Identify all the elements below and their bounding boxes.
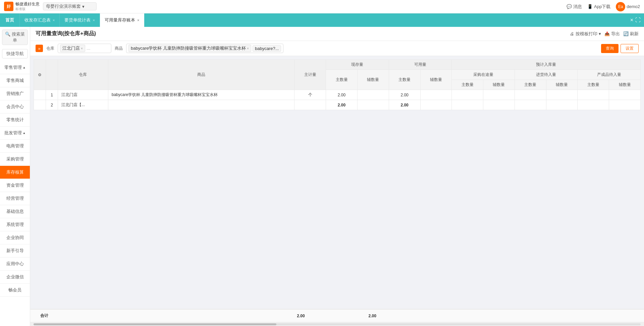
col-purchase-header: 采购在途量 xyxy=(452,70,515,80)
bottom-scrollbar[interactable] xyxy=(30,322,644,326)
top-bar-right: 💬 消息 📱 App下载 Ea demo2 xyxy=(567,2,640,11)
product-filter-group[interactable]: babycare学饮杯 儿童防摔防撞吸管杯重力球吸嘴杯宝宝水杯 × babyca… xyxy=(126,44,283,53)
col-no-header xyxy=(46,60,58,90)
sidebar-item-retail-mgmt[interactable]: 零售管理 ▲ xyxy=(0,61,30,74)
row2-available-aux xyxy=(420,100,452,110)
col-produced-aux-header: 辅数量 xyxy=(609,80,641,90)
tab-maximize-icon[interactable]: ⛶ xyxy=(635,17,641,23)
sidebar-item-system[interactable]: 系统管理 xyxy=(0,218,30,231)
sidebar-item-ecommerce[interactable]: 电商管理 xyxy=(0,140,30,153)
row1-purchase-main xyxy=(452,90,483,100)
logo-area: 好 畅捷通好生意 标准版 xyxy=(4,2,40,11)
col-incoming-aux-header: 辅数量 xyxy=(546,80,578,90)
export-icon: 📤 xyxy=(604,31,610,36)
row1-purchase-aux xyxy=(483,90,515,100)
row1-produced-main xyxy=(578,90,609,100)
filter-expand-btn[interactable]: » xyxy=(36,45,43,52)
sidebar-item-purchase[interactable]: 采购管理 xyxy=(0,153,30,166)
sidebar-quicknav-btn[interactable]: 快捷导航 xyxy=(2,49,28,58)
tab-close-yaohuo[interactable]: × xyxy=(93,18,95,22)
message-icon: 💬 xyxy=(567,4,572,9)
col-available-main-header: 主数量 xyxy=(389,70,420,90)
row2-produced-main xyxy=(578,100,609,110)
export-btn[interactable]: 📤 导出 xyxy=(604,31,620,37)
col-incoming-main-header: 主数量 xyxy=(515,80,546,90)
row1-warehouse: 江北门店 xyxy=(58,90,108,100)
product-tag-1: babycare学饮杯 儿童防摔防撞吸管杯重力球吸嘴杯宝宝水杯 × xyxy=(128,45,251,52)
tab-home[interactable]: 首页 xyxy=(0,13,20,27)
row1-mainunit: 个 xyxy=(294,90,326,100)
sidebar-item-member-center[interactable]: 会员中心 xyxy=(0,100,30,113)
product-tag-1-close[interactable]: × xyxy=(247,47,249,50)
tab-yaohuo[interactable]: 要货单统计表 × xyxy=(60,13,100,27)
product-tag-2: babycare?... xyxy=(253,45,281,52)
row1-no: 1 xyxy=(46,90,58,100)
row2-purchase-main xyxy=(452,100,483,110)
warehouse-more-dots: … xyxy=(87,46,91,51)
user-btn[interactable]: Ea demo2 xyxy=(616,2,640,11)
sidebar-search-btn[interactable]: 🔍 搜索菜单 xyxy=(2,30,28,45)
total-available-aux xyxy=(390,312,426,320)
total-unit-spacer xyxy=(256,312,283,320)
sidebar-search-area: 🔍 搜索菜单 xyxy=(0,27,30,48)
col-produced-main-header: 主数量 xyxy=(578,80,609,90)
top-bar: 好 畅捷通好生意 标准版 母婴行业演示账套 ▾ 💬 消息 📱 App下载 Ea … xyxy=(0,0,644,13)
sidebar-item-marketing[interactable]: 营销推广 xyxy=(0,87,30,100)
sidebar-item-changhui[interactable]: 畅会员 xyxy=(0,284,30,297)
row1-incoming-aux xyxy=(546,90,578,100)
total-incoming-aux xyxy=(533,312,569,320)
row1-currentstock-aux xyxy=(357,90,389,100)
print-template-btn[interactable]: 🖨 按模板打印 ▾ xyxy=(570,31,601,37)
total-product-spacer xyxy=(122,312,256,320)
tab-close-all-icon[interactable]: × xyxy=(630,17,633,23)
row1-product: babycare学饮杯 儿童防摔防撞吸管杯重力球吸嘴杯宝宝水杯 xyxy=(108,90,294,100)
tab-close-shoufacun[interactable]: × xyxy=(53,18,55,22)
sidebar-nav-btn-area: 快捷导航 xyxy=(0,48,30,61)
warehouse-tag-close[interactable]: × xyxy=(81,47,83,50)
total-currentstock-aux xyxy=(319,312,355,320)
tab-shoufacun[interactable]: 收发存汇总表 × xyxy=(20,13,60,27)
col-purchase-aux-header: 辅数量 xyxy=(483,80,515,90)
table-container[interactable]: ⚙ 仓库 商品 主计量 现存量 可用量 预计入库量 主数量 辅数量 主数量 辅数… xyxy=(30,56,644,309)
setting-button[interactable]: 设置 xyxy=(621,44,639,53)
total-row: 合计 2.00 2.00 xyxy=(34,312,641,320)
col-purchase-main-header: 主数量 xyxy=(452,80,483,90)
data-table: ⚙ 仓库 商品 主计量 现存量 可用量 预计入库量 主数量 辅数量 主数量 辅数… xyxy=(34,59,641,110)
query-button[interactable]: 查询 xyxy=(601,44,619,53)
print-chevron-icon: ▾ xyxy=(599,31,601,36)
row2-mainunit xyxy=(294,100,326,110)
total-label: 合计 xyxy=(34,312,52,320)
sidebar-item-retail-stats[interactable]: 零售统计 xyxy=(0,113,30,127)
sidebar-item-operations[interactable]: 经营管理 xyxy=(0,192,30,205)
total-available-main: 2.00 xyxy=(355,312,390,320)
tab-keyongliang[interactable]: 可用量库存账本 × xyxy=(100,13,144,27)
sidebar-item-wholesale-mgmt[interactable]: 批发管理 ▲ xyxy=(0,127,30,140)
sidebar-item-wechat[interactable]: 企业微信 xyxy=(0,271,30,284)
sidebar-item-inventory[interactable]: 库存核算 xyxy=(0,166,30,179)
col-currentstock-header: 现存量 xyxy=(326,60,389,70)
filter-bar: » 仓库 江北门店 × … 商品 babycare学饮杯 儿童防摔防撞吸管杯重力… xyxy=(30,41,644,56)
sidebar-item-finance[interactable]: 资金管理 xyxy=(0,179,30,192)
sidebar-item-newbie-guide[interactable]: 新手引导 xyxy=(0,244,30,258)
sidebar-item-app-center[interactable]: 应用中心 xyxy=(0,258,30,271)
logo-icon: 好 xyxy=(4,2,13,11)
industry-select[interactable]: 母婴行业演示账套 ▾ xyxy=(43,2,97,10)
scroll-thumb[interactable] xyxy=(34,323,276,325)
row2-currentstock-aux xyxy=(357,100,389,110)
table-row: 2 江北门店【... 2.00 2.00 xyxy=(34,100,641,110)
main-layout: 🔍 搜索菜单 快捷导航 零售管理 ▲ 零售商城 营销推广 会员中心 零售统计 批… xyxy=(0,27,644,326)
print-icon: 🖨 xyxy=(570,31,574,36)
col-available-header: 可用量 xyxy=(389,60,452,70)
refresh-btn[interactable]: 🔄 刷新 xyxy=(623,31,639,37)
top-bar-left: 好 畅捷通好生意 标准版 母婴行业演示账套 ▾ xyxy=(4,2,97,11)
sidebar-item-basic-info[interactable]: 基础信息 xyxy=(0,205,30,218)
sidebar-item-enterprise-collab[interactable]: 企业协同 xyxy=(0,231,30,244)
product-label: 商品 xyxy=(115,46,123,51)
tab-close-keyongliang[interactable]: × xyxy=(137,18,139,22)
message-btn[interactable]: 💬 消息 xyxy=(567,4,582,10)
scroll-track[interactable] xyxy=(34,323,641,325)
app-download-btn[interactable]: 📱 App下载 xyxy=(587,4,610,10)
sidebar-item-retail-mall[interactable]: 零售商城 xyxy=(0,74,30,87)
sidebar: 🔍 搜索菜单 快捷导航 零售管理 ▲ 零售商城 营销推广 会员中心 零售统计 批… xyxy=(0,27,30,326)
warehouse-filter-group[interactable]: 江北门店 × … xyxy=(58,44,111,53)
